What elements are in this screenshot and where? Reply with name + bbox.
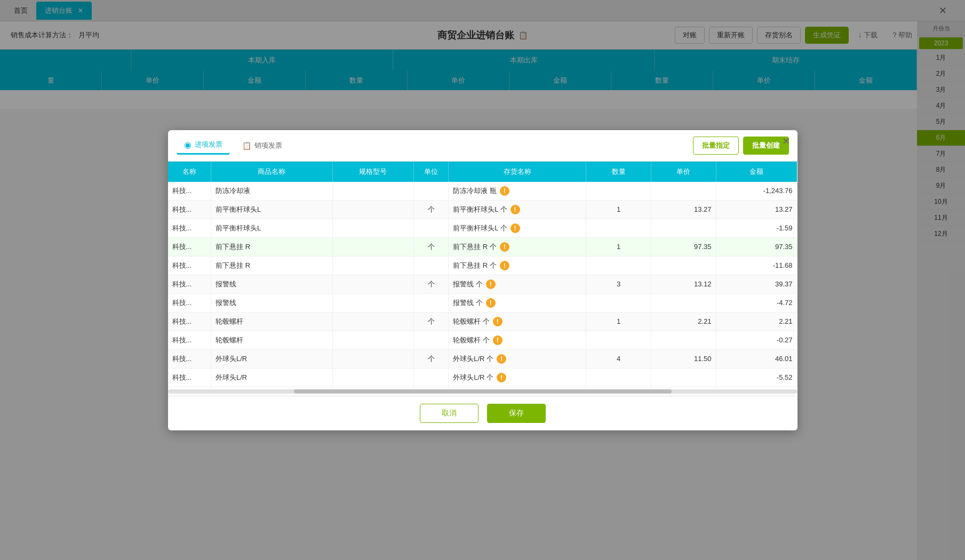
table-row[interactable]: 科技...前平衡杆球头L前平衡杆球头L 个!-1.59 [168, 219, 797, 237]
data-cell: 13.12 [651, 275, 716, 293]
inventory-cell: 轮毂螺杆 个! [449, 331, 586, 349]
data-cell [332, 293, 413, 312]
col-inventory: 存货名称 [449, 162, 586, 182]
modal-tbody: 科技...防冻冷却液防冻冷却液 瓶!-1,243.76科技...前平衡杆球头L个… [168, 182, 797, 387]
save-button[interactable]: 保存 [487, 404, 546, 423]
data-cell [586, 256, 651, 275]
data-cell: -1.59 [716, 219, 797, 237]
data-cell [413, 293, 448, 312]
data-cell [332, 368, 413, 387]
data-cell [586, 331, 651, 349]
data-cell [413, 256, 448, 275]
inventory-cell: 前平衡杆球头L 个! [449, 200, 586, 219]
warning-icon: ! [493, 335, 503, 345]
data-cell: 报警线 [211, 275, 333, 293]
modal-overlay: ◉ 进项发票 📋 销项发票 批量指定 批量创建 ✕ 名 [0, 0, 965, 560]
data-cell [332, 256, 413, 275]
data-cell: 前平衡杆球头L [211, 200, 333, 219]
inventory-cell: 外球头L/R 个! [449, 368, 586, 387]
data-cell: 1 [586, 200, 651, 219]
warning-icon: ! [493, 317, 503, 326]
data-cell: 科技... [168, 293, 211, 312]
table-row[interactable]: 科技...轮毂螺杆轮毂螺杆 个!-0.27 [168, 331, 797, 349]
batch-assign-button[interactable]: 批量指定 [693, 137, 739, 155]
data-cell [586, 368, 651, 387]
cancel-button[interactable]: 取消 [420, 404, 478, 423]
col-qty: 数量 [586, 162, 651, 182]
col-amount: 金额 [716, 162, 797, 182]
inventory-cell: 轮毂螺杆 个! [449, 312, 586, 331]
warning-icon: ! [511, 205, 520, 214]
table-row[interactable]: 科技...轮毂螺杆个轮毂螺杆 个!12.212.21 [168, 312, 797, 331]
warning-icon: ! [486, 298, 496, 308]
data-cell [413, 182, 448, 201]
table-row[interactable]: 科技...前平衡杆球头L个前平衡杆球头L 个!113.2713.27 [168, 200, 797, 219]
table-row[interactable]: 科技...防冻冷却液防冻冷却液 瓶!-1,243.76 [168, 182, 797, 201]
data-cell: 科技... [168, 219, 211, 237]
modal-header: ◉ 进项发票 📋 销项发票 批量指定 批量创建 ✕ [168, 130, 797, 162]
table-row[interactable]: 科技...报警线报警线 个!-4.72 [168, 293, 797, 312]
invoice-table: 名称 商品名称 规格型号 单位 存货名称 数量 单价 金额 科技...防冻冷却液… [168, 162, 797, 387]
warning-icon: ! [500, 186, 509, 196]
data-cell [586, 182, 651, 201]
data-cell [651, 182, 716, 201]
table-row[interactable]: 科技...前下悬挂 R前下悬挂 R 个!-11.68 [168, 256, 797, 275]
data-cell: 科技... [168, 237, 211, 256]
data-cell [332, 200, 413, 219]
data-cell: 97.35 [716, 237, 797, 256]
data-cell: 97.35 [651, 237, 716, 256]
modal-footer: 取消 保存 [168, 396, 797, 430]
col-product: 商品名称 [211, 162, 333, 182]
data-cell: 前平衡杆球头L [211, 219, 333, 237]
data-cell [332, 349, 413, 368]
data-cell: 46.01 [716, 349, 797, 368]
table-row[interactable]: 科技...外球头L/R个外球头L/R 个!411.5046.01 [168, 349, 797, 368]
inventory-cell: 防冻冷却液 瓶! [449, 182, 586, 201]
app-container: 首页 进销台账 ✕ ✕ 销售成本计算方法： 月平均 商贸企业进销台账 📋 对账 … [0, 0, 965, 560]
warning-icon: ! [511, 223, 520, 233]
modal-close-button[interactable]: ✕ [782, 135, 790, 147]
data-cell [332, 219, 413, 237]
data-cell [332, 312, 413, 331]
inventory-cell: 前下悬挂 R 个! [449, 256, 586, 275]
warning-icon: ! [497, 354, 506, 364]
table-header-row: 名称 商品名称 规格型号 单位 存货名称 数量 单价 金额 [168, 162, 797, 182]
data-cell: 报警线 [211, 293, 333, 312]
modal-table[interactable]: 名称 商品名称 规格型号 单位 存货名称 数量 单价 金额 科技...防冻冷却液… [168, 162, 797, 396]
tab-sales-invoice[interactable]: 📋 销项发票 [234, 137, 290, 154]
data-cell: 科技... [168, 256, 211, 275]
col-price: 单价 [651, 162, 716, 182]
data-cell: 轮毂螺杆 [211, 331, 333, 349]
data-cell [651, 256, 716, 275]
invoice-out-icon: 📋 [242, 141, 251, 150]
data-cell: 科技... [168, 200, 211, 219]
data-cell: -0.27 [716, 331, 797, 349]
inventory-cell: 报警线 个! [449, 275, 586, 293]
data-cell [586, 293, 651, 312]
table-row[interactable]: 科技...报警线个报警线 个!313.1239.37 [168, 275, 797, 293]
data-cell: 4 [586, 349, 651, 368]
tab-purchase-invoice[interactable]: ◉ 进项发票 [177, 137, 230, 155]
warning-icon: ! [497, 373, 506, 382]
modal-dialog: ◉ 进项发票 📋 销项发票 批量指定 批量创建 ✕ 名 [168, 130, 797, 430]
warning-icon: ! [500, 261, 509, 270]
data-cell: 科技... [168, 368, 211, 387]
col-name: 名称 [168, 162, 211, 182]
data-cell: 3 [586, 275, 651, 293]
data-cell: -1,243.76 [716, 182, 797, 201]
inventory-cell: 报警线 个! [449, 293, 586, 312]
table-row[interactable]: 科技...前下悬挂 R个前下悬挂 R 个!197.3597.35 [168, 237, 797, 256]
data-cell: 13.27 [716, 200, 797, 219]
inventory-cell: 外球头L/R 个! [449, 349, 586, 368]
invoice-in-icon: ◉ [184, 140, 192, 150]
data-cell [332, 237, 413, 256]
modal-header-buttons: 批量指定 批量创建 [693, 137, 789, 155]
data-cell: -5.52 [716, 368, 797, 387]
data-cell: -11.68 [716, 256, 797, 275]
inventory-cell: 前下悬挂 R 个! [449, 237, 586, 256]
data-cell: 外球头L/R [211, 368, 333, 387]
inventory-cell: 前平衡杆球头L 个! [449, 219, 586, 237]
table-row[interactable]: 科技...外球头L/R外球头L/R 个!-5.52 [168, 368, 797, 387]
data-cell: -4.72 [716, 293, 797, 312]
data-cell [651, 293, 716, 312]
